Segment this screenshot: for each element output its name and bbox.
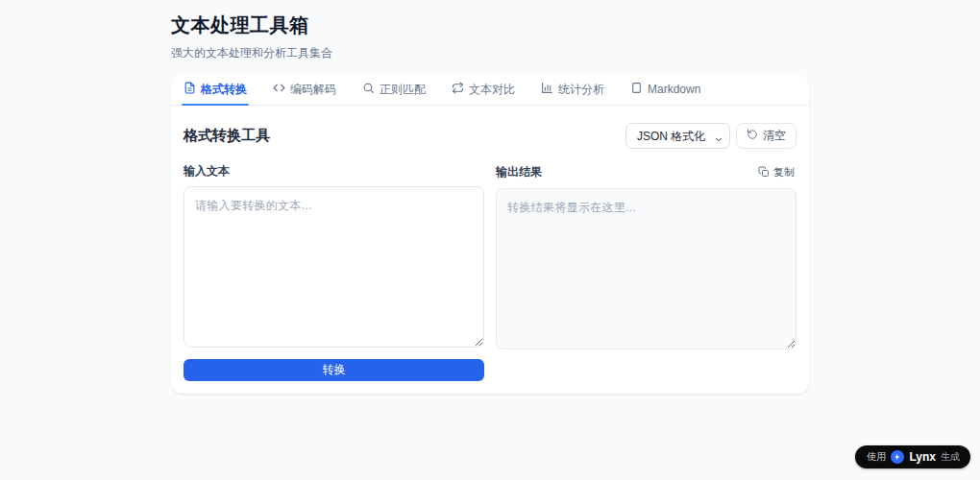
page-title: 文本处理工具箱 bbox=[171, 12, 809, 38]
badge-brand: Lynx bbox=[909, 450, 936, 464]
copy-button-label: 复制 bbox=[773, 165, 795, 180]
output-column: 输出结果 复制 bbox=[496, 163, 796, 381]
copy-button[interactable]: 复制 bbox=[756, 163, 796, 181]
tab-stats-analysis[interactable]: 统计分析 bbox=[541, 74, 604, 105]
document-icon bbox=[630, 82, 643, 97]
bar-chart-icon bbox=[541, 82, 553, 97]
copy-icon bbox=[758, 166, 770, 180]
tab-markdown[interactable]: Markdown bbox=[630, 74, 700, 105]
tab-label: 格式转换 bbox=[201, 82, 247, 98]
tab-label: 编码解码 bbox=[290, 82, 336, 98]
page-subtitle: 强大的文本处理和分析工具集合 bbox=[171, 45, 809, 61]
mode-select-wrap: JSON 格式化 bbox=[625, 123, 730, 149]
file-text-icon bbox=[184, 82, 196, 97]
toolbox-card: 格式转换 编码解码 正则匹配 文本对比 bbox=[171, 74, 809, 394]
output-label: 输出结果 bbox=[496, 164, 542, 180]
tab-label: 文本对比 bbox=[469, 82, 515, 98]
tab-regex-match[interactable]: 正则匹配 bbox=[362, 74, 426, 105]
main-container: 文本处理工具箱 强大的文本处理和分析工具集合 格式转换 编码解码 正则匹配 bbox=[171, 0, 809, 394]
mode-select[interactable]: JSON 格式化 bbox=[625, 123, 730, 149]
tab-label: 统计分析 bbox=[558, 82, 604, 98]
badge-prefix: 使用 bbox=[867, 450, 886, 464]
swap-arrows-icon bbox=[452, 82, 464, 97]
tab-bar: 格式转换 编码解码 正则匹配 文本对比 bbox=[171, 74, 809, 106]
code-icon bbox=[273, 82, 285, 97]
search-icon bbox=[362, 82, 375, 97]
tab-format-convert[interactable]: 格式转换 bbox=[184, 74, 247, 105]
output-textarea[interactable] bbox=[496, 188, 796, 349]
format-convert-panel: 格式转换工具 JSON 格式化 清空 bbox=[171, 106, 809, 394]
lynx-logo-icon bbox=[891, 450, 904, 464]
input-column: 输入文本 转换 bbox=[184, 163, 484, 381]
clear-button-label: 清空 bbox=[763, 128, 786, 144]
clear-button[interactable]: 清空 bbox=[736, 123, 796, 149]
tab-encode-decode[interactable]: 编码解码 bbox=[273, 74, 336, 105]
input-textarea[interactable] bbox=[184, 186, 484, 348]
tab-label: Markdown bbox=[648, 83, 700, 96]
tab-label: 正则匹配 bbox=[380, 82, 426, 98]
lynx-attribution-badge[interactable]: 使用 Lynx 生成 bbox=[855, 445, 970, 468]
panel-title: 格式转换工具 bbox=[184, 127, 270, 145]
input-label: 输入文本 bbox=[184, 163, 230, 180]
convert-button[interactable]: 转换 bbox=[184, 359, 484, 381]
badge-suffix: 生成 bbox=[941, 450, 960, 464]
tab-text-compare[interactable]: 文本对比 bbox=[452, 74, 515, 105]
refresh-icon bbox=[747, 129, 758, 143]
